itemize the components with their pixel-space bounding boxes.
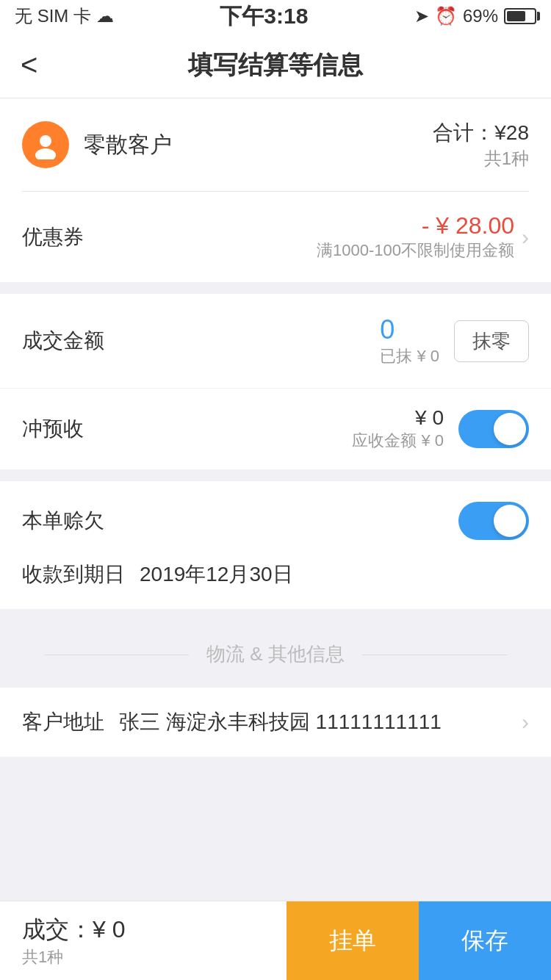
customer-section: 零散客户 合计：¥28 共1种 优惠券 - ¥ 28.00 满1000-100不… [0,98,551,282]
customer-name: 零散客户 [84,130,172,160]
bottom-bar: 成交：¥ 0 共1种 挂单 保存 [0,901,551,980]
coupon-right: - ¥ 28.00 满1000-100不限制使用金额 › [317,212,529,262]
coupon-label: 优惠券 [22,223,84,251]
coupon-amount: - ¥ 28.00 [317,212,514,239]
status-bar: 无 SIM 卡 ☁ 下午3:18 ➤ ⏰ 69% [0,0,551,32]
transaction-section: 成交金额 0 已抹 ¥ 0 抹零 冲预收 ¥ 0 应收金额 ¥ 0 [0,294,551,469]
due-date-value: 2019年12月30日 [140,561,293,588]
status-time: 下午3:18 [220,1,308,32]
customer-count: 共1种 [433,147,529,170]
address-chevron-icon: › [522,710,529,735]
svg-point-1 [35,148,56,159]
address-value: 张三 海淀永丰科技园 11111111111 [119,708,442,736]
hold-button[interactable]: 挂单 [287,901,419,981]
sim-status: 无 SIM 卡 ☁ [15,4,114,28]
transaction-row: 成交金额 0 已抹 ¥ 0 抹零 [0,294,551,388]
bottom-deal-value: ¥ 0 [93,916,125,943]
bottom-summary: 成交：¥ 0 共1种 [0,914,287,968]
transaction-sub: 已抹 ¥ 0 [380,345,439,367]
prepay-right: ¥ 0 应收金额 ¥ 0 [352,406,529,452]
status-left: 无 SIM 卡 ☁ [15,4,114,28]
bottom-deal: 成交：¥ 0 [22,914,264,946]
back-button[interactable]: < [21,48,37,82]
address-label: 客户地址 [22,708,104,736]
chevron-right-icon: › [522,225,529,250]
prepay-row: 冲预收 ¥ 0 应收金额 ¥ 0 [0,388,551,469]
location-icon: ➤ [414,6,429,26]
debt-toggle[interactable] [458,502,529,540]
bottom-count: 共1种 [22,946,264,968]
customer-row: 零散客户 合计：¥28 共1种 [0,98,551,191]
toggle-knob [494,413,526,445]
logistics-separator: 物流 & 其他信息 [0,621,551,688]
customer-total: 合计：¥28 [433,119,529,147]
coupon-desc: 满1000-100不限制使用金额 [317,239,514,262]
debt-row: 本单赊欠 [0,481,551,561]
debt-section: 本单赊欠 收款到期日 2019年12月30日 [0,481,551,609]
due-date-row: 收款到期日 2019年12月30日 [0,561,551,609]
save-button[interactable]: 保存 [419,901,551,981]
prepay-toggle[interactable] [458,410,529,448]
main-content: 零散客户 合计：¥28 共1种 优惠券 - ¥ 28.00 满1000-100不… [0,98,551,980]
svg-point-0 [40,135,51,147]
customer-left: 零散客户 [22,121,172,168]
round-button[interactable]: 抹零 [454,320,529,362]
transaction-label: 成交金额 [22,327,104,355]
avatar [22,121,69,168]
customer-summary: 合计：¥28 共1种 [433,119,529,170]
prepay-sub: 应收金额 ¥ 0 [352,430,444,452]
transaction-right: 0 已抹 ¥ 0 抹零 [380,314,529,367]
address-section[interactable]: 客户地址 张三 海淀永丰科技园 11111111111 › [0,688,551,757]
logistics-label: 物流 & 其他信息 [189,643,362,665]
prepay-value: ¥ 0 [352,406,444,430]
coupon-row[interactable]: 优惠券 - ¥ 28.00 满1000-100不限制使用金额 › [0,192,551,282]
debt-label: 本单赊欠 [22,507,104,535]
debt-toggle-knob [494,505,526,537]
battery-percent: 69% [463,6,498,26]
bottom-deal-label: 成交： [22,916,93,943]
prepay-label: 冲预收 [22,415,84,443]
prepay-info: ¥ 0 应收金额 ¥ 0 [352,406,444,452]
nav-bar: < 填写结算等信息 [0,32,551,98]
battery-icon [504,8,536,24]
page-title: 填写结算等信息 [188,48,363,82]
status-right: ➤ ⏰ 69% [414,6,536,26]
address-left: 客户地址 张三 海淀永丰科技园 11111111111 [22,708,442,736]
due-date-label: 收款到期日 [22,561,125,588]
alarm-icon: ⏰ [435,6,457,26]
coupon-info: - ¥ 28.00 满1000-100不限制使用金额 [317,212,514,262]
transaction-value[interactable]: 0 [380,314,439,345]
